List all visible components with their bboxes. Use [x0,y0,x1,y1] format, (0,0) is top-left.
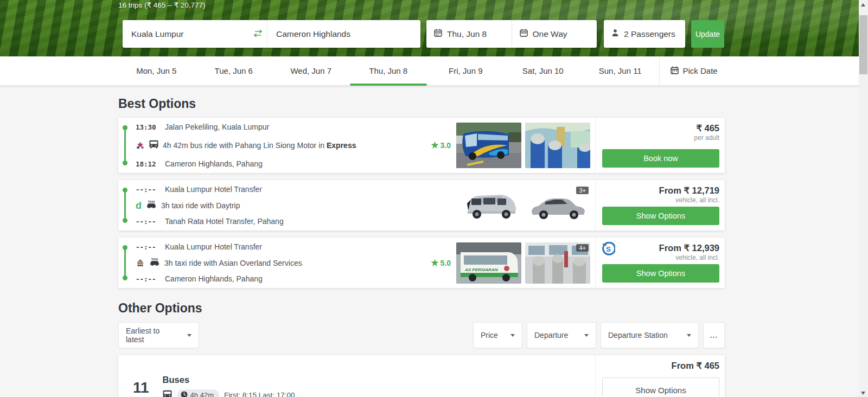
ellipsis-icon: ... [710,331,718,340]
scroll-down-arrow-icon[interactable] [861,392,865,395]
route-timeline: 13:30 Jalan Pekeliling, Kuala Lumpur [118,118,356,173]
filter-departure[interactable]: Departure [527,322,596,348]
bus-exterior-photo [456,123,521,168]
bus-icon [163,390,172,397]
pick-date-button[interactable]: Pick Date [659,56,729,85]
tab-fri-jun-9[interactable]: Fri, Jun 9 [427,56,505,85]
price-note: vehicle, all incl. [602,196,719,204]
tab-mon-jun-5[interactable]: Mon, Jun 5 [118,56,195,85]
group-type-label: Buses [163,375,295,385]
svg-text:TAXI: TAXI [148,200,155,203]
price-note: vehicle, all incl. [602,254,719,261]
vehicle-photos [456,123,590,168]
asian-overland-logo-icon [136,259,145,267]
scroll-up-arrow-icon[interactable] [861,3,865,7]
rating-badge: 3.0 [431,141,456,150]
group-summary: 11 Buses [118,355,595,397]
depart-time: --:-- [136,185,161,194]
taxi-icon: TAXI [149,258,160,268]
price: ₹ 465 [602,123,719,133]
instant-refund-icon: S [601,242,615,258]
other-options-heading: Other Options [118,301,725,316]
filter-row: Earliest to latest Price Departure Depar… [118,322,725,348]
date-tabs-bar: Mon, Jun 5 Tue, Jun 6 Wed, Jun 7 Thu, Ju… [0,56,868,86]
tab-tue-jun-6[interactable]: Tue, Jun 6 [195,56,273,85]
update-button[interactable]: Update [691,20,724,48]
passengers-value: 2 Passengers [624,29,675,39]
daytrip-logo-icon: d [136,202,142,209]
route-timeline: --:-- Kuala Lumpur Hotel Transfer TAXI [118,238,302,288]
show-options-button[interactable]: Show Options [602,377,719,397]
tab-wed-jun-7[interactable]: Wed, Jun 7 [272,56,350,85]
calendar-icon [671,66,679,76]
duration-value: 4h 42m [190,391,214,397]
price-panel: From ₹ 465 Show Options [595,355,725,397]
arrive-time: --:-- [136,275,161,283]
price: From ₹ 12,939 [602,243,719,253]
arrive-time: --:-- [136,217,161,226]
book-now-button[interactable]: Book now [602,149,719,168]
date-input[interactable]: Thu, Jun 8 [426,20,512,48]
chevron-down-icon [687,334,691,337]
price-panel: From ₹ 12,719 vehicle, all incl. Show Op… [595,180,725,230]
swap-icon [253,29,263,39]
tab-thu-jun-8-active[interactable]: Thu, Jun 8 [350,56,427,85]
swap-direction-button[interactable] [248,20,267,48]
price-panel: ₹ 465 per adult Book now [595,118,725,173]
arrive-dot [123,218,127,223]
sort-select[interactable]: Earliest to latest [118,322,199,348]
date-value: Thu, Jun 8 [447,29,487,39]
depart-time: 13:30 [136,123,161,131]
origin-value: Kuala Lumpur [131,29,184,39]
trip-description: 4h 42m bus ride with Pahang Lin Siong Mo… [163,141,356,150]
trip-card-taxi-daytrip[interactable]: --:-- Kuala Lumpur Hotel Transfer d TAXI… [118,180,725,230]
trip-card-taxi-asian-overland[interactable]: --:-- Kuala Lumpur Hotel Transfer TAXI [118,238,725,288]
filter-price[interactable]: Price [473,322,522,348]
depart-place: Jalan Pekeliling, Kuala Lumpur [165,123,269,131]
sedan-photo: 3+ [525,185,590,226]
timeline-line [124,190,126,220]
depart-time: --:-- [136,243,161,251]
depart-place: Kuala Lumpur Hotel Transfer [165,242,262,251]
trip-count: 11 [133,379,149,396]
price-panel: S From ₹ 12,939 vehicle, all incl. Show … [595,238,725,288]
trip-card-bus[interactable]: 13:30 Jalan Pekeliling, Kuala Lumpur [118,118,725,173]
rating-badge: 5.0 [431,259,456,267]
svg-text:S: S [606,245,611,253]
scrollbar-thumb[interactable] [859,15,867,74]
first-last-times: First: 8:15 Last: 17:00 [224,391,295,397]
show-options-button[interactable]: Show Options [602,264,719,283]
hero-banner: 16 trips (₹ 465 – ₹ 20,777) Kuala Lumpur… [0,0,868,56]
star-icon [431,259,438,267]
arrive-dot [123,276,127,280]
tab-sat-jun-10[interactable]: Sat, Jun 10 [505,56,582,85]
price-note: per adult [602,134,719,142]
timeline-line [124,248,126,278]
arrive-place: Cameron Highlands, Pahang [165,274,263,283]
arrive-dot [123,161,127,165]
destination-input[interactable]: Cameron Highlands [267,20,420,48]
depart-place: Kuala Lumpur Hotel Transfer [165,185,262,194]
tab-sun-jun-11[interactable]: Sun, Jun 11 [582,56,659,85]
svg-text:TAXI: TAXI [151,258,158,261]
capacity-badge: 4+ [576,244,589,252]
show-options-button[interactable]: Show Options [602,207,719,225]
minibus-photo: AS PERSIARAN [456,242,521,284]
chevron-down-icon [510,334,515,337]
passengers-select[interactable]: 2 Passengers [604,20,685,48]
search-bar: Kuala Lumpur Cameron Highlands [123,20,724,48]
buses-group-card[interactable]: 11 Buses [118,355,725,397]
trip-description: 3h taxi ride with Asian Overland Service… [164,259,302,267]
vehicle-photos: AS PERSIARAN 4+ [456,242,590,284]
price: From ₹ 12,719 [602,185,719,196]
price: From ₹ 465 [602,361,719,371]
origin-input[interactable]: Kuala Lumpur [123,20,248,48]
capacity-badge: 3+ [576,187,589,194]
timeline-line [124,128,126,163]
more-filters-button[interactable]: ... [703,322,725,348]
browser-scrollbar[interactable] [859,0,868,397]
filter-departure-station[interactable]: Departure Station [601,322,699,348]
destination-value: Cameron Highlands [276,29,350,39]
trip-type-select[interactable]: One Way [512,20,597,48]
arrive-place: Cameron Highlands, Pahang [165,159,263,168]
